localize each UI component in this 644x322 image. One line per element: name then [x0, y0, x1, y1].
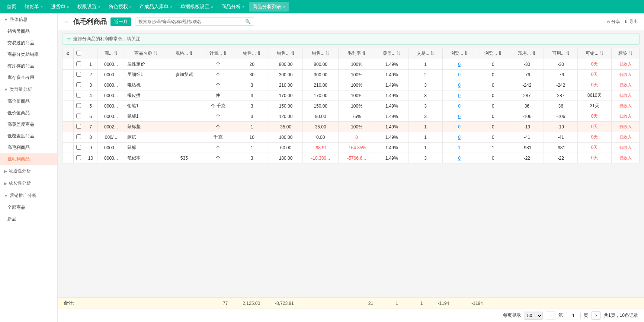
cell-checkbox[interactable]: [74, 153, 84, 163]
sidebar-group-overall[interactable]: ▼ 整体信息: [0, 13, 57, 26]
sidebar-item-sales-products[interactable]: 销售类商品: [0, 26, 57, 37]
cell-name[interactable]: 橡皮擦: [125, 90, 167, 101]
select-all-checkbox[interactable]: [76, 51, 81, 55]
prev-page-btn[interactable]: ＜: [546, 311, 555, 320]
nav-close-template[interactable]: ×: [211, 5, 213, 9]
cell-views1[interactable]: 0: [442, 153, 476, 163]
sidebar-group-growth[interactable]: ▶ 成长性分析: [0, 177, 57, 189]
nav-close-product-analysis-list[interactable]: ×: [283, 5, 285, 9]
cell-name[interactable]: 笔记本: [125, 153, 167, 163]
cell-checkbox[interactable]: [74, 111, 84, 122]
nav-purchase[interactable]: 进货单 ×: [47, 2, 73, 12]
cell-checkbox[interactable]: [74, 70, 84, 80]
nav-roles[interactable]: 角色授权 ×: [105, 2, 135, 12]
nav-sales[interactable]: 销货单 ×: [21, 2, 47, 12]
col-transactions[interactable]: 交易... ⇅: [408, 48, 442, 59]
settings-icon[interactable]: ⚙: [66, 51, 70, 56]
cell-views1[interactable]: 0: [442, 132, 476, 143]
col-sales-qty[interactable]: 销售... ⇅: [235, 48, 269, 59]
cell-checkbox[interactable]: [74, 143, 84, 153]
cell-views1[interactable]: 0: [442, 122, 476, 132]
search-input[interactable]: [138, 19, 245, 24]
sidebar-item-new-products[interactable]: 新品: [0, 213, 57, 225]
sidebar-group-marketing[interactable]: ▼ 营销推广分析: [0, 189, 57, 202]
col-tag[interactable]: 标签 ⇅: [612, 48, 640, 59]
sidebar-group-flow[interactable]: ▶ 流通性分析: [0, 165, 57, 177]
page-size-select[interactable]: 50 100 200: [524, 312, 543, 320]
sidebar-item-high-margin[interactable]: 高毛利商品: [0, 142, 57, 153]
nav-close-sales[interactable]: ×: [41, 5, 43, 9]
cell-checkbox[interactable]: [74, 59, 84, 70]
nav-home[interactable]: 首页: [3, 2, 20, 12]
row-checkbox-2[interactable]: [76, 82, 81, 87]
cell-checkbox[interactable]: [74, 80, 84, 90]
sidebar-item-category-sales[interactable]: 商品分类助销率: [0, 49, 57, 60]
nav-close-product-analysis[interactable]: ×: [242, 5, 244, 9]
cell-name[interactable]: 鼠标1: [125, 111, 167, 122]
col-coverage[interactable]: 覆盖... ⇅: [375, 48, 408, 59]
nav-close-permissions[interactable]: ×: [98, 5, 100, 9]
sidebar-item-low-margin[interactable]: 低毛利商品: [0, 153, 57, 165]
cell-name[interactable]: 鼠标: [125, 143, 167, 153]
filter-recent-month-btn[interactable]: 近一月: [110, 17, 131, 26]
col-settings[interactable]: ⚙: [63, 48, 74, 59]
cell-name[interactable]: 鼠标垫: [125, 122, 167, 132]
sidebar-item-traded-products[interactable]: 交易过的商品: [0, 37, 57, 49]
col-sales-price[interactable]: 销售... ⇅: [269, 48, 303, 59]
cell-name[interactable]: 铅笔1: [125, 101, 167, 111]
col-code[interactable]: 商... ⇅: [97, 48, 125, 59]
next-page-btn[interactable]: ＞: [591, 311, 601, 320]
sidebar-item-high-value[interactable]: 高价值商品: [0, 96, 57, 107]
cell-views1[interactable]: 0: [442, 90, 476, 101]
cell-name[interactable]: 属性定价: [125, 59, 167, 70]
nav-product-analysis-list[interactable]: 商品分析列表 ×: [249, 2, 289, 12]
row-checkbox-5[interactable]: [76, 114, 81, 118]
nav-close-product-entry[interactable]: ×: [170, 5, 172, 9]
col-views2[interactable]: 浏览... ⇅: [476, 48, 510, 59]
sidebar-item-high-coverage[interactable]: 高覆盖度商品: [0, 119, 57, 130]
col-sales-amount[interactable]: 销售... ⇅: [303, 48, 339, 59]
col-views1[interactable]: 浏览... ⇅: [442, 48, 476, 59]
cell-checkbox[interactable]: [74, 122, 84, 132]
cell-views1[interactable]: 0: [442, 111, 476, 122]
cell-views1[interactable]: 1: [442, 143, 476, 153]
sidebar-group-cluster[interactable]: ▼ 类群量分析: [0, 83, 57, 96]
row-checkbox-4[interactable]: [76, 103, 81, 108]
col-unit[interactable]: 计量... ⇅: [201, 48, 235, 59]
export-btn[interactable]: ⬇ 导出: [624, 19, 638, 25]
col-sellable[interactable]: 可销... ⇅: [578, 48, 612, 59]
sidebar-item-stock-products[interactable]: 有库存的商品: [0, 60, 57, 72]
nav-product-analysis[interactable]: 商品分析 ×: [218, 2, 248, 12]
col-name[interactable]: 商品名称 ⇅: [125, 48, 167, 59]
nav-product-entry[interactable]: 产成品入库单 ×: [136, 2, 176, 12]
sidebar-item-low-coverage[interactable]: 低覆盖度商品: [0, 130, 57, 142]
cell-checkbox[interactable]: [74, 101, 84, 111]
cell-checkbox[interactable]: [74, 132, 84, 143]
nav-close-roles[interactable]: ×: [129, 5, 132, 9]
collapse-sidebar-btn[interactable]: «: [64, 19, 70, 25]
col-current-stock[interactable]: 现有... ⇅: [510, 48, 544, 59]
col-spec[interactable]: 规格... ⇅: [167, 48, 201, 59]
cell-name[interactable]: 吴细细1: [125, 70, 167, 80]
page-input[interactable]: [566, 312, 581, 319]
cell-views1[interactable]: 0: [442, 70, 476, 80]
row-checkbox-7[interactable]: [76, 134, 81, 139]
cell-checkbox[interactable]: [74, 90, 84, 101]
nav-close-purchase[interactable]: ×: [67, 5, 69, 9]
cell-name[interactable]: 测试: [125, 132, 167, 143]
share-btn[interactable]: ⎋ 分享: [607, 19, 620, 25]
cell-name[interactable]: 电话机: [125, 80, 167, 90]
col-gross-margin[interactable]: 毛利率 ⇅: [339, 48, 375, 59]
nav-permissions[interactable]: 权限设置 ×: [74, 2, 104, 12]
sidebar-item-all-products[interactable]: 全部商品: [0, 202, 57, 213]
sidebar-item-stock-capital[interactable]: 库存资金占用: [0, 72, 57, 83]
col-available[interactable]: 可用... ⇅: [544, 48, 578, 59]
cell-views1[interactable]: 0: [442, 59, 476, 70]
cell-views1[interactable]: 0: [442, 80, 476, 90]
row-checkbox-9[interactable]: [76, 155, 81, 160]
sidebar-item-low-value[interactable]: 低价值商品: [0, 107, 57, 119]
cell-views1[interactable]: 0: [442, 101, 476, 111]
row-checkbox-6[interactable]: [76, 124, 81, 129]
nav-template[interactable]: 单据模板设置 ×: [177, 2, 217, 12]
row-checkbox-8[interactable]: [76, 145, 81, 150]
